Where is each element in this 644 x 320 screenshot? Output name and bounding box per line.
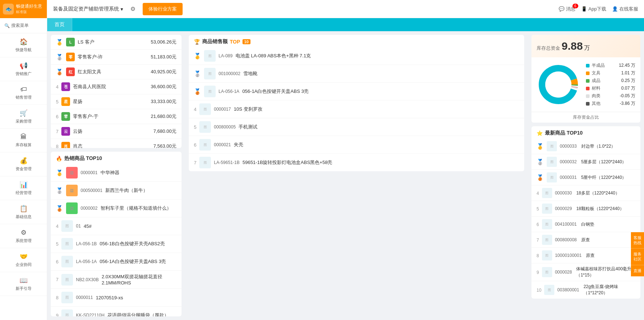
float-live-button[interactable]: 直播	[631, 265, 644, 276]
hot-product-row: 🥇 🖼 0000001 中华神器	[51, 164, 182, 182]
product-name: 手机测试	[239, 124, 257, 130]
product-name: 雪地靴	[243, 70, 257, 77]
sidebar-item-sales[interactable]: 🏷 销售管理	[0, 81, 47, 105]
online-service-label: 在线客服	[619, 6, 638, 12]
rank-number: 4	[56, 223, 58, 229]
rank-number: 8	[537, 253, 539, 258]
search-menu-area[interactable]: 🔍 搜索菜单	[0, 18, 47, 33]
star-icon: ⭐	[537, 130, 543, 136]
product-thumbnail: 图	[61, 238, 73, 250]
tab-home[interactable]: 首页	[47, 18, 72, 31]
search-menu-label: 搜索菜单	[11, 22, 29, 29]
product-code: 10000100001	[555, 253, 582, 258]
rank-medal: 6	[56, 259, 58, 264]
product-thumbnail: 图	[199, 121, 211, 133]
rank-medal: 4	[56, 84, 58, 90]
sidebar-item-inventory[interactable]: 🏛 库存核算	[0, 129, 47, 152]
inventory-unit: 万	[584, 44, 590, 52]
legend-item-stationery: 文具 1.01 万	[586, 70, 635, 76]
trial-button[interactable]: 体验行业方案	[143, 3, 183, 15]
product-thumbnail: 图	[542, 267, 552, 277]
legend-item-material: 材料 0.07 万	[586, 85, 635, 91]
middle-panel: 🏆 商品销售额 TOP 10 🥇 图 LA-089 电池盖 LA-089 ABS…	[185, 31, 528, 320]
float-community-button[interactable]: 服务社区	[631, 249, 644, 265]
inventory-header: 库存总资金 9.88 万	[531, 35, 640, 57]
float-hotline-button[interactable]: 客服热线	[631, 232, 644, 249]
message-button[interactable]: 💬 消息 6	[559, 6, 575, 12]
sidebar-item-finance[interactable]: 💰 资金管理	[0, 152, 47, 176]
product-thumbnail: 图	[61, 220, 73, 232]
rank-medal: 9	[537, 270, 539, 275]
product-name: 18多层（1220*2440）	[576, 190, 619, 196]
customer-name: 零售客户-于	[73, 113, 148, 120]
purchase-icon: 🛒	[20, 109, 28, 117]
sidebar-item-guide[interactable]: 📖 新手引导	[0, 272, 47, 296]
hot-product-row: 9 图 KK-SD22110H 花语萌俏温分腿睡袋（厚款）	[51, 307, 182, 316]
hot-product-row: 4 图 01 45#	[51, 217, 182, 235]
online-service-button[interactable]: 👤 在线客服	[612, 6, 638, 12]
sidebar-item-marketing[interactable]: 📢 营销推广	[0, 57, 47, 81]
inventory-amount: 9.88	[562, 40, 583, 52]
new-product-row: 7 图 000800008 原查	[531, 232, 640, 248]
rank-medal: 🥈	[537, 159, 544, 165]
inventory-sublabel: 库存资金占比	[531, 112, 640, 123]
product-name: 22g鱼豆腐-烧烤味（1*12*20）	[583, 284, 635, 296]
hot-product-row: 7 图 NB2.0X30B 2.0X30MM双搓花轴搓花直径2.1MM/ROHS	[51, 271, 182, 289]
product-code: LA-59651-1B	[214, 160, 240, 165]
tab-navigation: 首页	[47, 18, 644, 31]
rank-medal: 🥇	[56, 169, 63, 176]
product-thumbnail: 图	[544, 285, 554, 295]
product-name: 白钢垫	[581, 221, 594, 227]
system-name-dropdown[interactable]: 装备及固定资产辅助管理系统 ▾	[53, 6, 123, 12]
top-product-row: 4 图 0000017 10S 变刹罗孜	[189, 100, 524, 118]
rank-number: 5	[537, 206, 539, 212]
trophy-icon: 🏆	[194, 39, 200, 45]
customer-amount: 36,600.00元	[151, 83, 176, 90]
legend-dot	[586, 71, 590, 75]
sidebar-item-label: 营销推广	[16, 71, 32, 77]
product-code: 01	[76, 223, 81, 229]
product-code: 000800005	[214, 124, 236, 130]
rank-number: 7	[56, 277, 58, 282]
sidebar-item-quick-nav[interactable]: 🏠 快捷导航	[0, 33, 47, 57]
customer-name: 星扬	[73, 98, 148, 105]
rank-number: 6	[537, 222, 539, 227]
sidebar-item-cooperation[interactable]: 🤝 企业协同	[0, 248, 47, 272]
sidebar-item-system[interactable]: ⚙ 系统管理	[0, 224, 47, 248]
sidebar-item-basic-info[interactable]: 📋 基础信息	[0, 200, 47, 224]
hot-product-row: 🥈 🖼 000500001 新西兰牛肉（新牛）	[51, 182, 182, 200]
product-thumbnail: 图	[204, 86, 216, 97]
customer-amount: 33,333.00元	[151, 98, 176, 105]
customer-amount: 40,925.00元	[151, 69, 176, 75]
operations-icon: 📊	[20, 181, 28, 189]
product-code: 0000032	[560, 159, 577, 164]
legend-dot	[586, 87, 590, 90]
hot-products-title: 🔥 热销商品 TOP10	[51, 152, 182, 164]
app-download-label: App下载	[588, 6, 606, 12]
sidebar-item-purchase[interactable]: 🛒 采购管理	[0, 105, 47, 129]
product-code: 0000031	[560, 175, 577, 180]
legend-dot	[586, 79, 590, 83]
product-thumbnail: 图	[204, 50, 216, 62]
rank-medal: 🥈	[56, 187, 63, 194]
rank-medal: 8	[56, 295, 58, 300]
product-name: 智利车子里（规格不知道填什么）	[101, 205, 171, 212]
customer-amount: 7,680.00元	[153, 128, 176, 135]
app-download-button[interactable]: 📱 App下载	[581, 6, 606, 12]
rank-medal: 6	[194, 142, 196, 148]
float-service: 客服热线 服务社区 直播	[631, 232, 644, 276]
rank-medal: 🥇	[56, 39, 63, 46]
hot-product-row: 🥉 🖼 0000002 智利车子里（规格不知道填什么）	[51, 200, 182, 217]
product-code: KK-SD22110H	[76, 313, 105, 316]
product-name: 电池盖 LA-089 ABS本色+黑种 7.1克	[236, 53, 311, 59]
rank-medal: 🥉	[56, 69, 63, 75]
product-name: 花语萌俏温分腿睡袋（厚款）	[107, 312, 169, 316]
sidebar-item-operations[interactable]: 📊 经营管理	[0, 176, 47, 200]
product-code: NB2.0X30B	[76, 277, 99, 282]
search-menu-button[interactable]: 🔍 搜索菜单	[3, 21, 44, 30]
donut-chart	[537, 63, 580, 106]
search-icon: 🔍	[4, 23, 10, 28]
settings-button[interactable]: ⚙	[127, 4, 138, 15]
rank-medal: 🥈	[194, 70, 201, 77]
new-product-row: 🥇 图 0000033 封边带（1.0*22）	[531, 139, 640, 154]
